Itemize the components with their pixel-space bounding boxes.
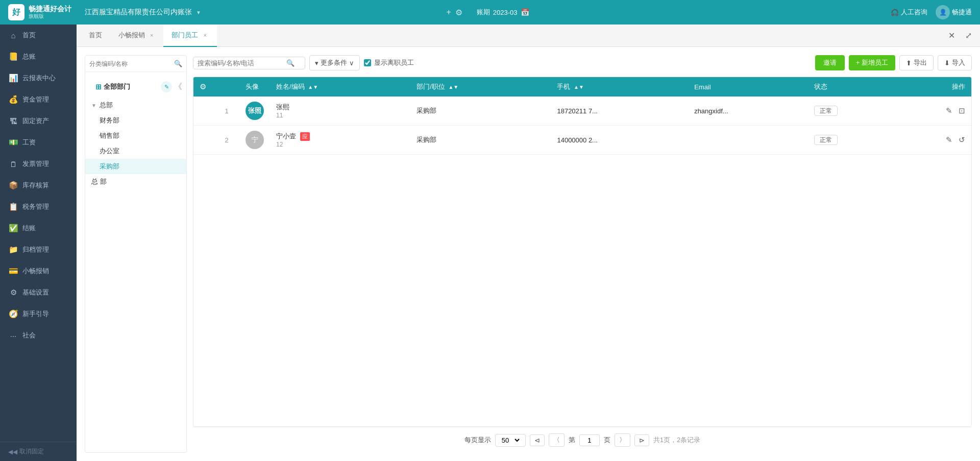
- dept-node-zongbu[interactable]: ▼ 总部: [85, 98, 186, 113]
- header-company[interactable]: 江西服宝精品有限责任公司内账张 ▼: [85, 8, 446, 17]
- col-dept-position[interactable]: 部门/职位 ▲▼: [410, 77, 551, 96]
- first-page-btn[interactable]: ⊲: [530, 434, 545, 446]
- row1-num: 1: [214, 96, 239, 126]
- employee-search-icon[interactable]: 🔍: [286, 59, 295, 67]
- col-gear[interactable]: ⚙: [193, 77, 214, 96]
- period-value: 2023-03: [493, 9, 518, 16]
- table-settings-icon[interactable]: ⚙: [200, 82, 206, 91]
- logo-text-group: 畅捷通好会计 旗舰版: [29, 5, 71, 20]
- page-number-input[interactable]: [579, 434, 600, 446]
- import-btn[interactable]: ⬇ 导入: [938, 55, 972, 70]
- toolbar: 🔍 ▾ 更多条件 ∨ 显示离职员工 邀请 + 新增员: [193, 55, 972, 70]
- sidebar-item-assets-mgmt[interactable]: 💰 资金管理: [0, 89, 77, 110]
- dept-collapse-btn[interactable]: 《: [174, 82, 182, 92]
- invite-btn[interactable]: 邀请: [815, 55, 845, 70]
- dept-node-finance[interactable]: 财务部: [85, 113, 186, 128]
- import-label: 导入: [952, 58, 965, 67]
- sidebar-label-invoice: 发票管理: [22, 159, 49, 168]
- dept-edit-btn[interactable]: ✎: [161, 81, 172, 92]
- prev-page-btn[interactable]: 〈: [549, 433, 565, 447]
- guide-icon: 🧭: [8, 309, 18, 319]
- tab-bar-actions: ✕ ⤢: [944, 25, 980, 46]
- tab-expense-report[interactable]: 小畅报销 ×: [110, 25, 163, 47]
- tab-dept-employee[interactable]: 部门员工 ×: [163, 25, 216, 47]
- logo-icon: 好: [8, 4, 24, 20]
- sidebar-item-expense[interactable]: 💳 小畅报销: [0, 260, 77, 282]
- consult-label: 人工咨询: [901, 8, 927, 17]
- show-resigned-checkbox[interactable]: [364, 59, 371, 66]
- show-resigned-label: 显示离职员工: [374, 58, 414, 67]
- sidebar-item-guide[interactable]: 🧭 新手引导: [0, 303, 77, 325]
- tab-home[interactable]: 首页: [81, 25, 110, 47]
- sidebar-item-fixed-assets[interactable]: 🏗 固定资产: [0, 110, 77, 132]
- col-email: Email: [688, 77, 808, 96]
- assets-mgmt-icon: 💰: [8, 95, 18, 104]
- import-icon: ⬇: [944, 59, 950, 67]
- sort-phone-icon: ▲▼: [574, 85, 584, 90]
- sidebar-item-home[interactable]: ⌂ 首页: [0, 25, 77, 46]
- page-size-select[interactable]: 50 20 100: [495, 434, 526, 447]
- sidebar-label-payroll: 工资: [22, 138, 36, 147]
- more-icon: ···: [8, 331, 18, 340]
- refresh-icon[interactable]: ↺: [959, 135, 965, 144]
- more-filter-btn[interactable]: ▾ 更多条件 ∨: [309, 55, 360, 70]
- filter-label: 更多条件: [321, 58, 347, 67]
- dept-node-office[interactable]: 办公室: [85, 143, 186, 159]
- dept-office-label: 办公室: [100, 147, 119, 156]
- sidebar-item-ledger[interactable]: 📒 总账: [0, 46, 77, 67]
- employee-search-input[interactable]: [198, 59, 284, 67]
- consult-btn[interactable]: 🎧 人工咨询: [891, 8, 927, 17]
- archive-icon: 📁: [8, 245, 18, 254]
- employee-table-container: ⚙ 头像 姓名/编码 ▲▼ 部门/职位: [193, 77, 972, 427]
- header-settings-icon[interactable]: ⚙: [455, 8, 462, 17]
- sidebar-item-invoice[interactable]: 🗒 发票管理: [0, 153, 77, 175]
- sidebar-item-reports[interactable]: 📊 云报表中心: [0, 67, 77, 89]
- sidebar-item-checkout[interactable]: ✅ 结账: [0, 217, 77, 239]
- sidebar-item-inventory[interactable]: 📦 库存核算: [0, 175, 77, 196]
- sidebar-item-archive[interactable]: 📁 归档管理: [0, 239, 77, 260]
- tab-close-all-btn[interactable]: ✕: [944, 29, 959, 42]
- tab-expense-close[interactable]: ×: [148, 31, 155, 39]
- logout-icon[interactable]: ⊡: [959, 106, 965, 115]
- tab-dept-close[interactable]: ×: [201, 31, 208, 39]
- sidebar-item-tax[interactable]: 📋 税务管理: [0, 196, 77, 217]
- calendar-icon[interactable]: 📅: [521, 8, 529, 16]
- col-name-code[interactable]: 姓名/编码 ▲▼: [270, 77, 410, 96]
- row2-phone: 14000000 2...: [551, 126, 688, 155]
- tab-expense-label: 小畅报销: [118, 31, 145, 40]
- row1-dept: 采购部: [410, 96, 551, 126]
- settings-icon: ⚙: [8, 288, 18, 297]
- col-phone[interactable]: 手机 ▲▼: [551, 77, 688, 96]
- edit-icon[interactable]: ✎: [946, 135, 952, 144]
- dept-search-input[interactable]: [89, 60, 172, 67]
- row1-status: 正常: [808, 96, 910, 126]
- last-page-btn[interactable]: ⊳: [634, 434, 649, 446]
- sidebar-item-settings[interactable]: ⚙ 基础设置: [0, 282, 77, 303]
- dept-node-sales[interactable]: 销售部: [85, 128, 186, 143]
- dept-procurement-label: 采购部: [100, 162, 119, 171]
- logo-sub: 旗舰版: [29, 13, 71, 20]
- filter-dropdown-icon: ∨: [349, 59, 354, 67]
- row1-avatar: 张照: [239, 96, 270, 126]
- dept-search-icon[interactable]: 🔍: [174, 60, 182, 67]
- add-company-icon[interactable]: +: [446, 8, 451, 17]
- unpin-icon: ◀◀: [8, 448, 17, 455]
- sidebar-item-more[interactable]: ··· 社会: [0, 325, 77, 346]
- add-employee-btn[interactable]: + 新增员工: [849, 55, 895, 70]
- user-area[interactable]: 👤 畅捷通: [936, 5, 972, 19]
- edit-icon[interactable]: ✎: [946, 106, 952, 115]
- dept-all-label: 全部部门: [104, 82, 130, 91]
- next-page-btn[interactable]: 〉: [615, 433, 630, 447]
- row2-num: 2: [214, 126, 239, 155]
- tab-maximize-btn[interactable]: ⤢: [961, 29, 976, 42]
- dept-all-btn[interactable]: ⊞ 全部部门: [89, 78, 136, 95]
- sidebar-item-payroll[interactable]: 💵 工资: [0, 132, 77, 153]
- payroll-icon: 💵: [8, 138, 18, 147]
- dept-node-general[interactable]: 总 部: [85, 174, 186, 189]
- unpin-btn[interactable]: ◀◀ 取消固定: [0, 442, 77, 461]
- company-dropdown-arrow[interactable]: ▼: [196, 10, 201, 15]
- export-btn[interactable]: ⬆ 导出: [899, 55, 934, 70]
- emp-code: 11: [276, 112, 404, 119]
- dept-node-procurement[interactable]: 采购部: [85, 159, 186, 174]
- page-size-dropdown[interactable]: 50 20 100: [500, 436, 521, 445]
